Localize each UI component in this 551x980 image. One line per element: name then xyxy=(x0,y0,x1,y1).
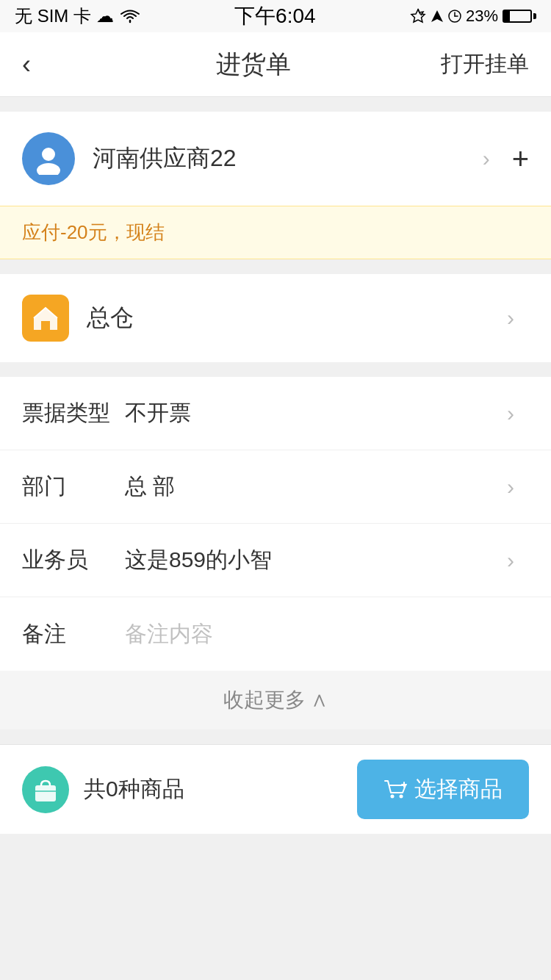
salesman-label: 业务员 xyxy=(22,545,125,575)
bottom-bar: 共0种商品 选择商品 xyxy=(0,744,551,834)
svg-point-4 xyxy=(42,148,55,161)
section-gap-4 xyxy=(0,729,551,744)
add-button[interactable]: + xyxy=(512,143,529,176)
shopping-bag-icon xyxy=(31,775,60,804)
salesman-chevron-icon: › xyxy=(507,548,514,573)
invoice-chevron-icon: › xyxy=(507,401,514,426)
salesman-row[interactable]: 业务员 这是859的小智 › xyxy=(0,524,551,597)
product-count: 共0种商品 xyxy=(84,774,342,804)
svg-marker-0 xyxy=(431,10,443,22)
department-label: 部门 xyxy=(22,472,125,502)
product-icon-bg xyxy=(22,766,69,813)
page-title: 进货单 xyxy=(216,48,291,82)
supplier-name: 河南供应商22 xyxy=(93,143,483,175)
back-button[interactable]: ‹ xyxy=(22,49,66,80)
warehouse-name: 总仓 xyxy=(87,302,507,334)
select-product-button[interactable]: 选择商品 xyxy=(357,760,529,819)
svg-rect-7 xyxy=(35,785,56,801)
salesman-value: 这是859的小智 xyxy=(125,545,507,575)
notice-bar: 应付-20元，现结 xyxy=(0,206,551,259)
background-area xyxy=(0,834,551,980)
battery-percent: 23% xyxy=(466,7,498,26)
nav-bar: ‹ 进货单 打开挂单 xyxy=(0,32,551,97)
department-row[interactable]: 部门 总 部 › xyxy=(0,450,551,524)
status-time: 下午6:04 xyxy=(234,2,316,30)
status-bar: 无 SIM 卡 ☁ 下午6:04 23% xyxy=(0,0,551,32)
arrow-icon xyxy=(431,10,444,23)
invoice-value: 不开票 xyxy=(125,398,507,428)
no-sim-text: 无 SIM 卡 ☁ xyxy=(15,4,114,28)
svg-point-9 xyxy=(391,794,395,798)
invoice-row[interactable]: 票据类型 不开票 › xyxy=(0,377,551,450)
department-value: 总 部 xyxy=(125,472,507,502)
remark-row[interactable]: 备注 备注内容 xyxy=(0,597,551,671)
section-gap-2 xyxy=(0,259,551,274)
open-pending-button[interactable]: 打开挂单 xyxy=(441,49,529,79)
remark-input[interactable]: 备注内容 xyxy=(125,619,529,649)
warehouse-chevron-icon: › xyxy=(507,306,514,331)
warehouse-row[interactable]: 总仓 › xyxy=(0,274,551,362)
status-left: 无 SIM 卡 ☁ xyxy=(15,4,140,28)
supplier-avatar xyxy=(22,132,75,185)
battery-icon xyxy=(503,10,536,23)
department-chevron-icon: › xyxy=(507,475,514,500)
clock-icon xyxy=(448,10,461,23)
collapse-bar[interactable]: 收起更多 ∧ xyxy=(0,671,551,729)
form-card: 票据类型 不开票 › 部门 总 部 › 业务员 这是859的小智 › 备注 备注… xyxy=(0,377,551,671)
cart-icon xyxy=(383,779,407,800)
house-icon xyxy=(31,303,60,333)
location-icon xyxy=(410,8,426,24)
svg-rect-6 xyxy=(41,321,50,330)
svg-point-10 xyxy=(400,794,403,798)
wifi-icon xyxy=(120,9,140,24)
status-right: 23% xyxy=(410,7,536,26)
warehouse-icon-bg xyxy=(22,295,69,342)
invoice-label: 票据类型 xyxy=(22,398,125,428)
section-gap-3 xyxy=(0,362,551,377)
svg-point-5 xyxy=(37,163,60,175)
section-gap-1 xyxy=(0,97,551,112)
remark-label: 备注 xyxy=(22,619,125,649)
person-icon xyxy=(32,143,65,175)
supplier-chevron-icon: › xyxy=(483,146,490,171)
supplier-row[interactable]: 河南供应商22 › + xyxy=(0,112,551,206)
supplier-card: 河南供应商22 › + 应付-20元，现结 xyxy=(0,112,551,259)
warehouse-card: 总仓 › xyxy=(0,274,551,362)
select-product-label: 选择商品 xyxy=(414,774,503,804)
